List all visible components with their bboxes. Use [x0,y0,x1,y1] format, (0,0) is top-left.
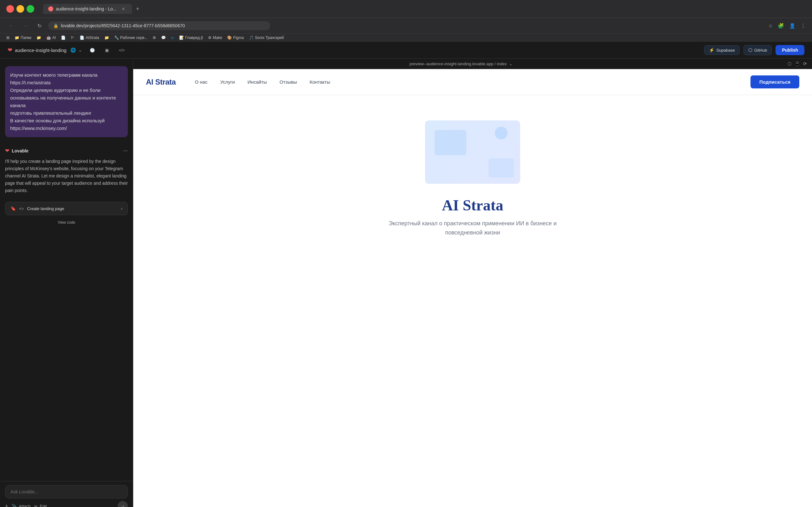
lovable-message-header: ❤ Lovable ··· [5,147,128,154]
avatar-icon[interactable]: 👤 [789,23,796,29]
bookmark-rabochie[interactable]: 🔧 Рабочие серв... [114,36,148,40]
supabase-icon: ⚡ [709,48,714,53]
nav-link-reviews[interactable]: Отзывы [280,79,297,84]
bookmark-icon: 🔖 [10,206,16,211]
hero-title: AI Strata [442,196,503,214]
toolbar-icons: ☆ 🧩 👤 ⋮ [768,23,806,29]
chat-input-area: + 📎 Attach ✏ Edit → [0,481,133,507]
bookmark-gear[interactable]: ⚙ [153,36,156,40]
edit-button[interactable]: ✏ Edit [34,504,47,507]
landing-logo: AI Strata [146,78,176,87]
lovable-message: ❤ Lovable ··· I'll help you create a lan… [0,142,133,199]
preview-panel: preview--audience-insight-landing.lovabl… [133,59,812,507]
bookmark-linkedin[interactable]: in [171,36,174,40]
refresh-preview-icon[interactable]: ⟳ [803,61,807,66]
tab-bar: audience-insight-landing - Lo... ✕ + [43,4,806,14]
hero-subtitle: Экспертный канал о практическом применен… [377,219,568,237]
main-layout: Изучи контент моего телеграмм канала htt… [0,59,812,507]
bookmark-ai[interactable]: 🤖 AI [46,36,56,40]
landing-nav-links: О нас Услуги Инсайты Отзывы Контакты [195,79,751,84]
address-bar[interactable]: 🔒 lovable.dev/projects/85f25642-1311-45c… [48,21,270,30]
message-options-button[interactable]: ··· [123,147,128,154]
nav-link-about[interactable]: О нас [195,79,207,84]
code-bracket-icon: <> [19,206,24,211]
bookmark-star-icon[interactable]: ☆ [768,23,773,29]
chat-input-box [5,485,128,498]
chat-panel: Изучи контент моего телеграмм канала htt… [0,59,133,507]
view-code-link[interactable]: View code [0,218,133,227]
extension-puzzle-icon[interactable]: 🧩 [778,23,784,29]
forward-button[interactable]: → [20,20,31,31]
window-controls [6,5,34,13]
app-bar-right: ⚡ Supabase ⬡ GitHub Publish [704,45,804,55]
bookmark-folder2[interactable]: 📁 [37,36,41,40]
tab-close-icon[interactable]: ✕ [121,6,125,11]
bookmark-papki[interactable]: 📁 Папки [14,36,32,40]
reload-button[interactable]: ↻ [34,20,44,31]
browser-chrome: audience-insight-landing - Lo... ✕ + ← →… [0,0,812,42]
add-button[interactable]: + [5,503,8,507]
app-bar: ❤ audience-insight-landing 🌐 ⌄ 🕐 ▣ </> ⚡… [0,42,812,59]
github-button[interactable]: ⬡ GitHub [744,45,772,55]
bookmark-whatsapp[interactable]: 💬 [161,36,166,40]
paperclip-icon: 📎 [12,504,17,507]
nav-link-services[interactable]: Услуги [220,79,235,84]
back-button[interactable]: ← [6,20,16,31]
hero-image-placeholder [425,120,520,184]
layout-toggle-button[interactable]: ▣ [102,47,111,54]
bookmark-folder3[interactable]: 📁 [104,36,109,40]
app-project-name: audience-insight-landing [15,48,67,53]
external-link-icon[interactable]: ⬡ [788,61,792,66]
chat-input[interactable] [10,489,122,494]
preview-url: preview--audience-insight-landing.lovabl… [138,61,784,66]
lock-icon: 🔒 [53,23,58,28]
lovable-response-text: I'll help you create a landing page insp… [5,158,128,194]
bookmark-sonix[interactable]: 🎵 Sonix Транскриб [249,36,284,40]
send-icon: → [120,503,125,507]
active-tab[interactable]: audience-insight-landing - Lo... ✕ [43,4,132,14]
minimize-window-btn[interactable] [16,5,24,13]
lovable-name-label: Lovable [12,148,29,153]
bookmark-apps-grid[interactable]: ⊞ [6,36,9,40]
browser-toolbar: ← → ↻ 🔒 lovable.dev/projects/85f25642-13… [0,18,812,33]
publish-button[interactable]: Publish [775,45,804,55]
bookmark-aistrata[interactable]: 📄 AiStrata [80,36,99,40]
code-toggle-button[interactable]: </> [116,47,128,54]
new-tab-button[interactable]: + [133,4,142,13]
menu-icon[interactable]: ⋮ [801,23,806,29]
chevron-down-small-icon[interactable]: ⌄ [509,61,513,66]
attach-button[interactable]: 📎 Attach [12,504,31,507]
subscribe-button[interactable]: Подписаться [751,75,799,89]
chevron-down-icon[interactable]: ⌄ [78,48,82,53]
bookmark-figma[interactable]: 🎨 Figma [227,36,244,40]
landing-preview: AI Strata О нас Услуги Инсайты Отзывы Ко… [133,69,812,507]
nav-link-insights[interactable]: Инсайты [247,79,267,84]
close-window-btn[interactable] [6,5,14,13]
edit-icon: ✏ [34,504,38,507]
maximize-window-btn[interactable] [27,5,34,13]
nav-link-contacts[interactable]: Контакты [310,79,330,84]
tab-title: audience-insight-landing - Lo... [56,6,116,11]
supabase-button[interactable]: ⚡ Supabase [704,45,740,55]
bookmark-flag[interactable]: 🏳 [71,36,74,40]
bookmark-make[interactable]: ⚙ Make [208,36,222,40]
hero-circle-element [495,127,507,139]
create-landing-card[interactable]: 🔖 <> Create landing page › [5,202,128,215]
plus-icon: + [5,503,8,507]
user-message: Изучи контент моего телеграмм канала htt… [5,66,128,137]
history-button[interactable]: 🕐 [87,47,97,54]
landing-nav: AI Strata О нас Услуги Инсайты Отзывы Ко… [133,69,812,95]
title-bar: audience-insight-landing - Lo... ✕ + [0,0,812,18]
bookmark-glavred[interactable]: 📝 Главред β [179,36,203,40]
tab-favicon [48,6,53,11]
code-icon: </> [119,48,125,53]
mobile-preview-icon[interactable]: 📱 [795,61,800,66]
chat-messages: Изучи контент моего телеграмм канала htt… [0,59,133,481]
github-icon: ⬡ [748,47,752,53]
arrow-right-icon: › [121,206,122,211]
globe-icon: 🌐 [70,48,76,53]
send-button[interactable]: → [118,501,128,507]
lovable-name-row: ❤ Lovable [5,148,29,154]
bookmark-doc[interactable]: 📄 [61,36,66,40]
layout-icon: ▣ [105,48,109,53]
